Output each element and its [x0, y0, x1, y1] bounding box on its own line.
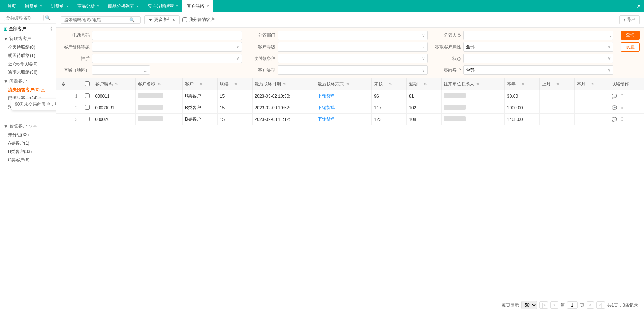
row-unit-contacts-cell: [442, 90, 505, 102]
name-column-header[interactable]: 客户名称 ⇅: [136, 78, 183, 90]
nav-tab-purchase[interactable]: 进货单 ×: [47, 0, 73, 12]
query-button[interactable]: 查询: [621, 31, 640, 40]
filter-phone-input[interactable]: [92, 31, 242, 40]
row-checkbox-cell[interactable]: [82, 114, 93, 125]
last-contact-date-column-header[interactable]: 最后联络日期 ⇅: [252, 78, 315, 90]
row-checkbox[interactable]: [85, 105, 90, 110]
nav-tab-product-list[interactable]: 商品分析列表 ×: [104, 0, 143, 12]
toolbar-search-input[interactable]: [64, 17, 129, 23]
filter-retail-customer-select[interactable]: 全部 ∨: [463, 65, 613, 75]
row-checkbox-cell[interactable]: [82, 102, 93, 114]
chevron-region-icon: ...: [144, 68, 148, 73]
sidebar-item-tomorrow[interactable]: 明天待联络(1): [0, 52, 56, 60]
row-checkbox[interactable]: [85, 117, 90, 121]
close-product-analysis-icon[interactable]: ×: [97, 4, 99, 8]
row-this-month-cell: [574, 114, 609, 125]
action-more-icon[interactable]: ⠿: [620, 117, 624, 122]
customer-type-column-header[interactable]: 客户... ⇅: [182, 78, 217, 90]
filter-status-select[interactable]: ∨: [463, 54, 613, 63]
sidebar-item-week[interactable]: 近7天待联络(0): [0, 60, 56, 68]
nav-tab-sales[interactable]: 销货单 ×: [20, 0, 47, 12]
gear-icon[interactable]: ⚙: [61, 82, 65, 87]
first-page-button[interactable]: |<: [539, 301, 548, 309]
close-purchase-icon[interactable]: ×: [66, 4, 68, 8]
arrow-down-icon: ▼: [4, 36, 8, 41]
nav-tab-customer-tier[interactable]: 客户分层经营 ×: [143, 0, 182, 12]
nav-tab-product-analysis[interactable]: 商品分析 ×: [73, 0, 104, 12]
close-all-button[interactable]: ✕: [637, 3, 641, 9]
last-contact-method-link[interactable]: 下销货单: [318, 93, 335, 98]
select-all-checkbox[interactable]: [85, 81, 90, 86]
nav-tab-home[interactable]: 首页: [3, 0, 20, 12]
code-column-header[interactable]: 客户编码 ⇅: [93, 78, 136, 90]
this-year-column-header[interactable]: 本年... ⇅: [505, 78, 540, 90]
filter-price-level-select[interactable]: ∨: [92, 42, 242, 52]
my-customers-checkbox-label[interactable]: 我分管的客户: [182, 17, 215, 23]
row-last-contact-method-cell[interactable]: 下销货单: [315, 114, 372, 125]
all-customers-header[interactable]: ⊞ 全部客户 《: [0, 24, 56, 34]
action-chat-icon[interactable]: 💬: [612, 117, 617, 122]
sidebar-group-value[interactable]: ▼ 价值客户 ↻ ✏: [0, 122, 56, 131]
next-page-button[interactable]: >: [587, 301, 594, 309]
last-contact-method-link[interactable]: 下销货单: [318, 117, 335, 122]
overdue-column-header[interactable]: 逾期... ⇅: [407, 78, 442, 90]
sidebar-item-class-a[interactable]: A类客户(1): [0, 139, 56, 147]
sort-name-icon: ⇅: [158, 82, 161, 86]
sidebar-collapse-button[interactable]: 《: [48, 26, 52, 32]
grid-icon: ⊞: [4, 27, 7, 32]
action-chat-icon[interactable]: 💬: [612, 94, 617, 99]
filter-customer-level-select[interactable]: ∨: [278, 42, 428, 52]
last-contact-method-column-header[interactable]: 最后联络方式 ⇅: [315, 78, 372, 90]
checkbox-header[interactable]: [82, 78, 93, 90]
filter-dept-select[interactable]: ∨: [278, 31, 428, 40]
page-number-input[interactable]: [567, 301, 578, 309]
nav-tab-customer-contact[interactable]: 客户联络 ×: [182, 0, 213, 12]
sidebar-item-at-risk[interactable]: 流失预警客户(3) ⚠: [0, 86, 56, 94]
value-refresh-icon[interactable]: ↻: [28, 124, 32, 129]
last-month-column-header[interactable]: 上月... ⇅: [539, 78, 574, 90]
row-last-contact-method-cell[interactable]: 下销货单: [315, 102, 372, 114]
last-contact-method-link[interactable]: 下销货单: [318, 105, 335, 110]
action-more-icon[interactable]: ⠿: [620, 94, 624, 99]
this-month-column-header[interactable]: 本月... ⇅: [574, 78, 609, 90]
action-more-icon[interactable]: ⠿: [620, 105, 624, 110]
per-page-select[interactable]: 50: [521, 301, 537, 309]
gear-column-header[interactable]: ⚙: [56, 78, 71, 90]
settings-button[interactable]: 设置: [621, 42, 640, 52]
sidebar-group-pending[interactable]: ▼ 待联络客户: [0, 34, 56, 43]
unit-contacts-column-header[interactable]: 往来单位联系人 ⇅: [442, 78, 505, 90]
prev-page-button[interactable]: <: [550, 301, 558, 309]
sidebar-item-overdue[interactable]: 逾期未联络(30): [0, 68, 56, 77]
toolbar-search-icon[interactable]: 🔍: [129, 17, 135, 23]
uncontacted-column-header[interactable]: 未联... ⇅: [372, 78, 407, 90]
sidebar-item-class-b[interactable]: B类客户(33): [0, 147, 56, 156]
close-customer-tier-icon[interactable]: ×: [176, 4, 178, 8]
row-checkbox[interactable]: [85, 93, 90, 98]
filter-payment-select[interactable]: ∨: [278, 54, 428, 63]
last-page-button[interactable]: >|: [596, 301, 605, 309]
close-sales-icon[interactable]: ×: [40, 4, 42, 8]
tooltip-box: 90天未交易的客户，可能有流失风险。: [11, 99, 56, 110]
sidebar-group-problem[interactable]: ▼ 问题客户: [0, 77, 56, 86]
filter-nature-select[interactable]: ∨: [92, 54, 242, 63]
filter-retail-attr-select[interactable]: 全部 ∨: [463, 42, 613, 52]
close-customer-contact-icon[interactable]: ×: [206, 4, 209, 8]
contact-column-header[interactable]: 联络... ⇅: [217, 78, 252, 90]
row-last-contact-method-cell[interactable]: 下销货单: [315, 90, 372, 102]
row-checkbox-cell[interactable]: [82, 90, 93, 102]
sidebar-search-input[interactable]: [4, 15, 44, 21]
my-customers-checkbox[interactable]: [182, 17, 187, 22]
filter-customer-type-select[interactable]: ∨: [278, 65, 428, 75]
filter-person-select[interactable]: ...: [463, 31, 613, 40]
export-button[interactable]: ↑ 导出: [619, 15, 640, 24]
sidebar-item-today[interactable]: 今天待联络(0): [0, 43, 56, 52]
row-actions-cell: 💬 ⠿: [609, 90, 644, 102]
sidebar-item-class-c[interactable]: C类客户(6): [0, 156, 56, 164]
value-edit-icon[interactable]: ✏: [33, 124, 37, 129]
action-chat-icon[interactable]: 💬: [612, 105, 617, 110]
filter-actions: 查询 设置: [621, 31, 640, 52]
close-product-list-icon[interactable]: ×: [136, 4, 138, 8]
filter-region-select[interactable]: ...: [92, 65, 150, 75]
sidebar-item-ungrouped[interactable]: 未分组(32): [0, 131, 56, 139]
more-conditions-button[interactable]: ▼ 更多条件 ∧: [144, 15, 180, 24]
